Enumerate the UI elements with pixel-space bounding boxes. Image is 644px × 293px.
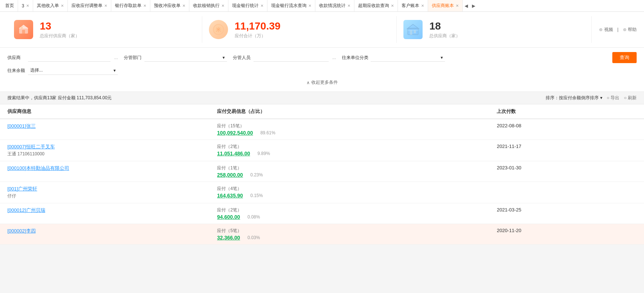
- person-input[interactable]: [253, 54, 329, 62]
- balance-select[interactable]: 选择... ▾: [28, 66, 118, 75]
- table-row: [001]广州荣轩 仔仔 应付（4笔） 164,635.90 0.15%: [0, 182, 644, 203]
- supplier-name-link[interactable]: [001]广州荣轩: [7, 186, 217, 192]
- close-icon[interactable]: ✕: [421, 4, 424, 8]
- supplier-name-link[interactable]: [000100]本特勤油品有限公司: [7, 165, 217, 172]
- nav-tab-home[interactable]: 首页: [1, 0, 18, 12]
- last-pay-cell: 2023-01-30: [497, 165, 637, 170]
- close-icon[interactable]: ✕: [182, 4, 185, 8]
- trans-amount-value[interactable]: 94,600.00: [217, 214, 240, 220]
- summary-text-payable: 13 总应付供应商（家）: [40, 20, 80, 39]
- trans-amount-value[interactable]: 100,092,540.00: [217, 130, 253, 136]
- last-pay-date-value: 2022-08-08: [497, 123, 521, 128]
- nav-tab-other-income[interactable]: 其他收入单 ✕: [33, 0, 68, 12]
- supplier-input[interactable]: [28, 54, 111, 62]
- supplier-sub-info: 王通 17106110000: [7, 151, 217, 157]
- nav-tab-receipt-execute-label: 收款核销执行: [193, 3, 220, 9]
- table-row: [000001]张三 应付（15笔） 100,092,540.00 89.61%…: [0, 119, 644, 140]
- nav-tab-supplier-account[interactable]: 供应商账本 ✕: [428, 0, 463, 12]
- nav-tab-supplier-account-label: 供应商账本: [432, 3, 454, 9]
- trans-amount-value[interactable]: 164,635.90: [217, 193, 243, 199]
- refresh-label: 刷新: [628, 95, 637, 100]
- nav-next-arrow[interactable]: ▶: [470, 0, 477, 12]
- payable-suppliers-number: 13: [40, 20, 80, 32]
- close-icon[interactable]: ✕: [260, 4, 263, 8]
- dept-select[interactable]: ▾: [144, 54, 227, 62]
- last-pay-cell: 2020-11-20: [497, 228, 637, 233]
- close-icon[interactable]: ✕: [347, 4, 350, 8]
- sort-button[interactable]: 排序：按应付余额倒序排序 ▾: [546, 95, 602, 101]
- svg-marker-1: [19, 25, 28, 28]
- nav-tab-bank-deposit[interactable]: 银行存取款单 ✕: [111, 0, 150, 12]
- table-row: [000007]恒旺二手叉车 王通 17106110000 应付（2笔） 11,…: [0, 140, 644, 161]
- summary-icon-store: [403, 19, 423, 40]
- nav-tab-advance-collect[interactable]: 预收冲应收单 ✕: [150, 0, 189, 12]
- nav-prev-arrow[interactable]: ◀: [463, 0, 470, 12]
- help-link[interactable]: ⊙ 帮助: [623, 27, 637, 33]
- export-icon: ○: [607, 95, 609, 100]
- nav-tab-ar-adjust[interactable]: 应收应付调整单 ✕: [68, 0, 111, 12]
- nav-tab-cash-bank-stat[interactable]: 现金银行统计 ✕: [228, 0, 267, 12]
- close-icon[interactable]: ✕: [61, 4, 64, 8]
- close-icon[interactable]: ✕: [391, 4, 394, 8]
- query-button[interactable]: 查询: [612, 52, 637, 63]
- close-icon[interactable]: ✕: [456, 4, 459, 8]
- data-table: 供应商信息 应付交易信息（占比） 上次付数 [000001]张三 应付（15笔）…: [0, 104, 644, 245]
- svg-rect-8: [410, 30, 412, 35]
- chevron-down-icon: ▾: [113, 68, 116, 73]
- close-icon[interactable]: ✕: [104, 4, 107, 8]
- person-dots[interactable]: ...: [332, 55, 336, 60]
- help-label: 帮助: [628, 27, 637, 32]
- close-icon[interactable]: ✕: [308, 4, 311, 8]
- svg-rect-9: [414, 30, 416, 33]
- trans-percent-value: 0.08%: [248, 214, 260, 220]
- filter-section: 供应商 ... 分管部门 ▾ 分管人员 ... 往来单位分类 ▾ 查询 往来: [0, 48, 644, 92]
- nav-tab-cash-flow-query[interactable]: 现金银行流水查询 ✕: [267, 0, 315, 12]
- trans-percent-value: 0.15%: [250, 193, 263, 198]
- supplier-dots[interactable]: ...: [114, 55, 118, 60]
- supplier-name-link[interactable]: [000007]恒旺二手叉车: [7, 144, 217, 150]
- nav-tab-receipt-stat[interactable]: 收款情况统计 ✕: [315, 0, 354, 12]
- sort-label: 排序：按应付余额倒序排序: [546, 95, 599, 100]
- category-filter-label: 往来单位分类: [342, 55, 368, 61]
- nav-tab-3[interactable]: 3 ✕: [18, 0, 33, 12]
- last-pay-date-value: 2021-03-25: [497, 207, 521, 213]
- trans-amount-value[interactable]: 258,000.00: [217, 172, 243, 178]
- export-button[interactable]: ○ 导出: [607, 95, 620, 101]
- summary-icon-total: 米: [208, 19, 229, 40]
- supplier-name-link[interactable]: [000002]李四: [7, 228, 217, 234]
- nav-tab-customer-account[interactable]: 客户账本 ✕: [398, 0, 428, 12]
- nav-tab-overdue-query-label: 超期应收款查询: [358, 3, 389, 9]
- close-icon[interactable]: ✕: [221, 4, 224, 8]
- close-icon[interactable]: ✕: [26, 4, 29, 8]
- trans-percent-value: 9.89%: [258, 151, 270, 156]
- table-row: [000002]李四 应付（5笔） 32,366.00 0.03% 2020-1…: [0, 224, 644, 245]
- trans-amount-value[interactable]: 11,051,486.00: [217, 151, 250, 156]
- supplier-info-cell: [001]广州荣轩 仔仔: [7, 186, 217, 199]
- last-pay-date-value: 2020-11-20: [497, 228, 521, 233]
- supplier-info-cell: [000012]广州贝瑞: [7, 207, 217, 214]
- close-icon[interactable]: ✕: [143, 4, 146, 8]
- transaction-cell: 应付（15笔） 100,092,540.00 89.61%: [217, 123, 497, 136]
- chevron-up-icon: ∧: [307, 80, 310, 85]
- trans-amount-row: 100,092,540.00 89.61%: [217, 130, 497, 136]
- transaction-cell: 应付（1笔） 258,000.00 0.23%: [217, 165, 497, 178]
- trans-amount-row: 164,635.90 0.15%: [217, 193, 497, 199]
- filter-balance: 往来余额 选择... ▾: [7, 66, 118, 75]
- summary-card-payable-suppliers: 13 总应付供应商（家）: [7, 16, 202, 43]
- total-payable-number: 11,170.39: [235, 20, 281, 32]
- nav-tab-advance-collect-label: 预收冲应收单: [154, 3, 181, 9]
- video-link[interactable]: ⊙ 视频: [599, 27, 613, 33]
- supplier-name-link[interactable]: [000012]广州贝瑞: [7, 207, 217, 214]
- trans-amount-value[interactable]: 32,366.00: [217, 235, 240, 241]
- collapse-button[interactable]: ∧ 收起更多条件: [7, 78, 637, 87]
- refresh-button[interactable]: ○ 刷新: [624, 95, 637, 101]
- supplier-name-link[interactable]: [000001]张三: [7, 123, 217, 130]
- filter-row-1: 供应商 ... 分管部门 ▾ 分管人员 ... 往来单位分类 ▾ 查询: [7, 52, 637, 63]
- trans-count-label: 应付（15笔）: [217, 123, 497, 129]
- nav-tab-overdue-query[interactable]: 超期应收款查询 ✕: [354, 0, 398, 12]
- nav-tab-receipt-execute[interactable]: 收款核销执行 ✕: [189, 0, 228, 12]
- supplier-info-cell: [000100]本特勤油品有限公司: [7, 165, 217, 172]
- results-info: 搜索结果中，供应商13家 应付金额 111,703,854.00元: [7, 95, 112, 101]
- supplier-sub-info: 仔仔: [7, 193, 217, 199]
- category-select[interactable]: ▾: [371, 54, 445, 62]
